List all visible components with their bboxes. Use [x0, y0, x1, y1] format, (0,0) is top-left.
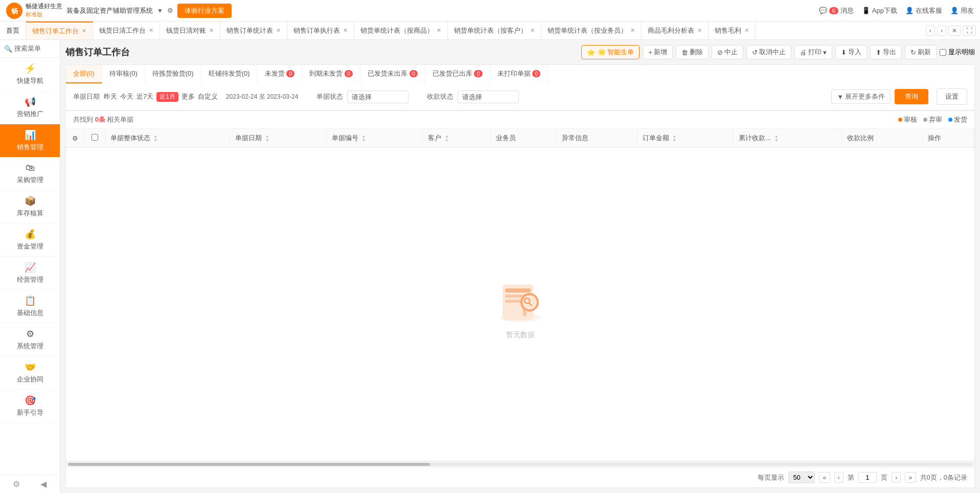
tab-sales-sum-product[interactable]: 销货单统计表（按商品） ✕ — [354, 21, 448, 40]
sidebar-item-finance[interactable]: 💰 资金管理 — [0, 223, 60, 257]
daily-cash-tab-close[interactable]: ✕ — [149, 27, 153, 34]
trial-btn[interactable]: 体验行业方案 — [177, 4, 232, 18]
tab-sales-sum-customer[interactable]: 销货单统计表（按客户） ✕ — [448, 21, 541, 40]
pause-btn[interactable]: ⊘ 中止 — [712, 45, 743, 59]
message-item[interactable]: 💬 6 消息 — [819, 6, 854, 15]
sales-sum-staff-tab-close[interactable]: ✕ — [630, 27, 635, 34]
first-page-btn[interactable]: « — [819, 472, 830, 483]
sidebar-item-basic-info[interactable]: 📋 基础信息 — [0, 290, 60, 323]
delete-btn[interactable]: 🗑 删除 — [676, 45, 709, 59]
subtab-pending-inspect[interactable]: 待拣货验货(0) — [145, 65, 201, 83]
online-service-item[interactable]: 👤 在线客服 — [905, 6, 942, 15]
h-scrollbar[interactable] — [66, 461, 974, 467]
tab-sales-exec[interactable]: 销售订单执行表 ✕ — [287, 21, 354, 40]
query-btn[interactable]: 查询 — [895, 89, 928, 104]
subtab-all[interactable]: 全部(0) — [66, 65, 102, 83]
cancel-pause-btn[interactable]: ↺ 取消中止 — [746, 45, 791, 59]
th-checkbox[interactable] — [84, 129, 105, 148]
last-page-btn[interactable]: » — [905, 472, 916, 483]
daily-reconcile-tab-close[interactable]: ✕ — [209, 27, 214, 34]
sales-sum-customer-tab-close[interactable]: ✕ — [530, 27, 535, 34]
expand-conditions-btn[interactable]: ▼ 展开更多条件 — [831, 89, 891, 104]
page-input[interactable] — [858, 472, 877, 483]
tab-maximize[interactable]: ⛶ — [963, 26, 976, 36]
sort-status[interactable]: ▲ ▼ — [153, 135, 157, 143]
date-opt-7days[interactable]: 近7天 — [136, 92, 153, 101]
sidebar-item-sys-mgmt[interactable]: ⚙ 系统管理 — [0, 323, 60, 356]
subtab-wangpu-ship[interactable]: 旺铺待发货(0) — [201, 65, 258, 83]
export-btn[interactable]: ⬆ 导出 — [870, 45, 902, 59]
th-settings[interactable]: ⚙ — [66, 129, 84, 148]
tab-scroll-left[interactable]: ‹ — [926, 26, 935, 36]
refresh-btn[interactable]: ↻ 刷新 — [905, 45, 937, 59]
settings-bottom-btn[interactable]: ⚙ — [4, 479, 29, 489]
tab-close-current[interactable]: ✕ — [948, 26, 961, 36]
gross-margin-tab-close[interactable]: ✕ — [697, 27, 702, 34]
date-opt-custom[interactable]: 自定义 — [198, 92, 218, 101]
tab-sales-stat[interactable]: 销售订单统计表 ✕ — [220, 21, 287, 40]
settings-btn[interactable]: 设置 — [937, 88, 967, 105]
add-btn[interactable]: + 新增 — [643, 45, 673, 59]
system-dropdown-btn[interactable]: ▼ — [157, 7, 163, 14]
tab-sales-order[interactable]: 销售订单工作台 ✕ — [26, 21, 93, 40]
sales-stat-tab-close[interactable]: ✕ — [276, 27, 281, 34]
sidebar-item-inventory[interactable]: 📦 库存核算 — [0, 190, 60, 223]
sidebar-item-guide[interactable]: 🎯 新手引导 — [0, 390, 60, 423]
sales-exec-tab-close[interactable]: ✕ — [343, 27, 348, 34]
date-opt-1month[interactable]: 近1月 — [156, 92, 178, 102]
tab-daily-reconcile[interactable]: 钱货日清对账 ✕ — [160, 21, 220, 40]
sidebar-item-purchase-mgmt[interactable]: 🛍 采购管理 — [0, 158, 60, 190]
tab-sales-profit[interactable]: 销售毛利 ✕ — [709, 21, 756, 40]
collapse-sidebar-btn[interactable]: ◀ — [31, 479, 56, 489]
date-opt-more[interactable]: 更多 — [181, 92, 195, 101]
sales-sum-product-tab-close[interactable]: ✕ — [437, 27, 441, 34]
subtab-shipped-out[interactable]: 已发货已出库 0 — [425, 65, 490, 83]
tab-scroll-right[interactable]: › — [937, 26, 946, 36]
select-all-checkbox[interactable] — [92, 134, 98, 141]
import-btn[interactable]: ⬇ 导入 — [835, 45, 867, 59]
sales-order-tab-close[interactable]: ✕ — [82, 28, 86, 34]
tab-daily-cash[interactable]: 钱货日清工作台 ✕ — [93, 21, 160, 40]
sort-collected[interactable]: ▲ ▼ — [774, 135, 779, 143]
tab-sales-sum-staff[interactable]: 销货单统计表（按业务员） ✕ — [541, 21, 642, 40]
show-detail-label[interactable]: 显示明细 — [940, 48, 975, 57]
audit-btn[interactable]: 审核 — [898, 115, 917, 124]
sort-amount[interactable]: ▲ ▼ — [672, 135, 676, 143]
h-scrollbar-thumb[interactable] — [68, 463, 430, 466]
subtab-overdue-ship[interactable]: 到期未发货 0 — [302, 65, 360, 83]
sidebar-item-marketing[interactable]: 📢 营销推广 — [0, 91, 60, 124]
payment-select[interactable]: 请选择 — [458, 91, 519, 103]
subtab-shipped-not-out[interactable]: 已发货未出库 0 — [360, 65, 425, 83]
ship-btn[interactable]: 发货 — [948, 115, 967, 124]
show-detail-checkbox[interactable] — [940, 49, 946, 56]
app-download-label: App下载 — [872, 6, 897, 15]
sidebar-item-quick-nav[interactable]: ⚡ 快捷导航 — [0, 58, 60, 91]
user-item[interactable]: 👤 用友 — [950, 6, 974, 15]
tab-home[interactable]: 首页 — [0, 21, 26, 40]
sidebar-search[interactable]: 🔍 搜索菜单 — [0, 40, 60, 58]
gear-icon[interactable]: ⚙ — [167, 7, 173, 14]
prev-page-btn[interactable]: ‹ — [834, 472, 844, 483]
sidebar-item-sales-mgmt[interactable]: 📊 销售管理 — [0, 124, 60, 158]
print-btn[interactable]: 🖨 打印 ▾ — [794, 45, 832, 59]
status-select[interactable]: 请选择 — [347, 91, 408, 103]
sort-number[interactable]: ▲ ▼ — [361, 135, 366, 143]
next-page-btn[interactable]: › — [892, 472, 901, 483]
overdue-ship-badge: 0 — [345, 70, 353, 77]
date-opt-yesterday[interactable]: 昨天 — [104, 92, 117, 101]
page-size-select[interactable]: 10 20 50 100 — [788, 472, 815, 483]
sort-date[interactable]: ▲ ▼ — [265, 135, 269, 143]
sort-customer[interactable]: ▲ ▼ — [445, 135, 449, 143]
date-opt-today[interactable]: 今天 — [120, 92, 133, 101]
data-table: ⚙ 单据整体状态 ▲ ▼ — [66, 129, 974, 148]
sidebar-item-operation[interactable]: 📈 经营管理 — [0, 257, 60, 290]
sidebar-item-enterprise[interactable]: 🤝 企业协同 — [0, 356, 60, 390]
tab-gross-margin[interactable]: 商品毛利分析表 ✕ — [642, 21, 709, 40]
subtab-pending-review[interactable]: 待审核(0) — [102, 65, 145, 83]
smart-btn[interactable]: ⭐ 🌟 智能生单 — [581, 45, 640, 59]
app-download-item[interactable]: 📱 App下载 — [862, 6, 897, 15]
cancel-audit-btn[interactable]: 弃审 — [923, 115, 942, 124]
sales-profit-tab-close[interactable]: ✕ — [744, 27, 749, 34]
subtab-not-printed[interactable]: 未打印单据 0 — [490, 65, 549, 83]
subtab-not-shipped[interactable]: 未发货 0 — [258, 65, 303, 83]
